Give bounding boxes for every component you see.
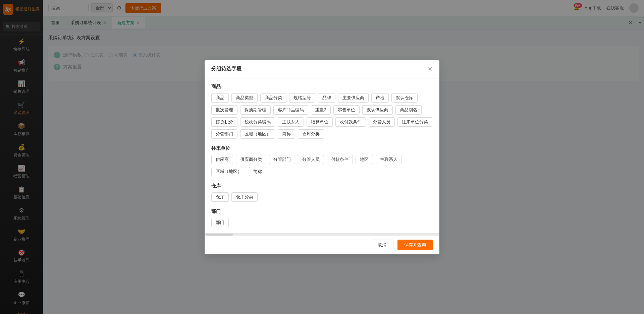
field-region[interactable]: 区域（地区） xyxy=(240,129,275,139)
field-batch-mgmt[interactable]: 批次管理 xyxy=(211,105,237,115)
field-partner-category[interactable]: 往来单位分类 xyxy=(397,117,432,127)
dialog-close-button[interactable]: ✕ xyxy=(428,65,433,73)
field-quality-mgmt[interactable]: 保质期管理 xyxy=(240,105,271,115)
section-partner-title: 往来单位 xyxy=(211,145,433,151)
field-partner-dept[interactable]: 分管部门 xyxy=(269,155,295,164)
field-default-warehouse[interactable]: 默认仓库 xyxy=(391,93,418,103)
section-dept: 部门 部门 xyxy=(211,208,433,227)
field-spec-model[interactable]: 规格型号 xyxy=(289,93,315,103)
section-dept-title: 部门 xyxy=(211,208,433,214)
field-dept[interactable]: 分管部门 xyxy=(211,129,237,139)
field-customer-code[interactable]: 客户商品编码 xyxy=(273,105,308,115)
section-goods: 商品 商品 商品类型 商品分类 规格型号 品牌 主要供应商 产地 默认仓库 批次… xyxy=(211,84,433,139)
section-warehouse-title: 仓库 xyxy=(211,183,433,189)
field-goods-category[interactable]: 商品分类 xyxy=(260,93,286,103)
field-warehouse[interactable]: 仓库 xyxy=(211,192,229,202)
field-settle-unit[interactable]: 结算单位 xyxy=(307,117,333,127)
dialog-cancel-button[interactable]: 取消 xyxy=(371,240,393,250)
hscroll-bar[interactable] xyxy=(205,233,439,235)
dialog-footer: 取消 保存并查询 xyxy=(205,235,439,254)
field-manager[interactable]: 分管人员 xyxy=(369,117,395,127)
field-main-contact[interactable]: 主联系人 xyxy=(278,117,304,127)
dialog-title: 分组待选字段 xyxy=(211,66,241,72)
section-partner: 往来单位 供应商 供应商分类 分管部门 分管人员 付款条件 地区 主联系人 区域… xyxy=(211,145,433,176)
field-brand[interactable]: 品牌 xyxy=(318,93,335,103)
field-abbr[interactable]: 简称 xyxy=(278,129,295,139)
field-tax-code[interactable]: 税收分类编码 xyxy=(240,117,275,127)
field-partner-region[interactable]: 区域（地区） xyxy=(211,167,246,176)
field-goods[interactable]: 商品 xyxy=(211,93,229,103)
field-warehouse-category[interactable]: 仓库分类 xyxy=(231,192,258,202)
field-retail-unit[interactable]: 零售单位 xyxy=(333,105,360,115)
field-partner-manager[interactable]: 分管人员 xyxy=(298,155,324,164)
warehouse-field-list: 仓库 仓库分类 xyxy=(211,192,433,202)
field-pay-terms[interactable]: 付款条件 xyxy=(327,155,353,164)
section-goods-title: 商品 xyxy=(211,84,433,90)
field-payment-terms[interactable]: 收付款条件 xyxy=(335,117,366,127)
partner-field-list: 供应商 供应商分类 分管部门 分管人员 付款条件 地区 主联系人 区域（地区） … xyxy=(211,155,433,176)
section-warehouse: 仓库 仓库 仓库分类 xyxy=(211,183,433,202)
field-supplier[interactable]: 供应商 xyxy=(211,155,233,164)
field-pick-score[interactable]: 拣货积分 xyxy=(211,117,237,127)
field-supplier-category[interactable]: 供应商分类 xyxy=(236,155,266,164)
field-goods-alias[interactable]: 商品别名 xyxy=(395,105,422,115)
field-area[interactable]: 地区 xyxy=(356,155,373,164)
field-weight3[interactable]: 重量3 xyxy=(311,105,331,115)
dialog-header: 分组待选字段 ✕ xyxy=(205,60,439,78)
dialog-overlay: 分组待选字段 ✕ 商品 商品 商品类型 商品分类 规格型号 品牌 主要供应商 产… xyxy=(0,0,644,314)
field-warehouse-cat[interactable]: 仓库分类 xyxy=(298,129,324,139)
field-partner-abbr[interactable]: 简称 xyxy=(249,167,266,176)
goods-field-list: 商品 商品类型 商品分类 规格型号 品牌 主要供应商 产地 默认仓库 批次管理 … xyxy=(211,93,433,139)
field-default-supplier[interactable]: 默认供应商 xyxy=(362,105,393,115)
field-partner-contact[interactable]: 主联系人 xyxy=(376,155,402,164)
field-goods-type[interactable]: 商品类型 xyxy=(231,93,258,103)
field-select-dialog: 分组待选字段 ✕ 商品 商品 商品类型 商品分类 规格型号 品牌 主要供应商 产… xyxy=(205,60,439,254)
dialog-confirm-button[interactable]: 保存并查询 xyxy=(397,240,433,250)
dialog-body[interactable]: 商品 商品 商品类型 商品分类 规格型号 品牌 主要供应商 产地 默认仓库 批次… xyxy=(205,78,439,234)
field-origin[interactable]: 产地 xyxy=(371,93,389,103)
field-department[interactable]: 部门 xyxy=(211,218,229,227)
dept-field-list: 部门 xyxy=(211,218,433,227)
field-main-supplier[interactable]: 主要供应商 xyxy=(338,93,369,103)
